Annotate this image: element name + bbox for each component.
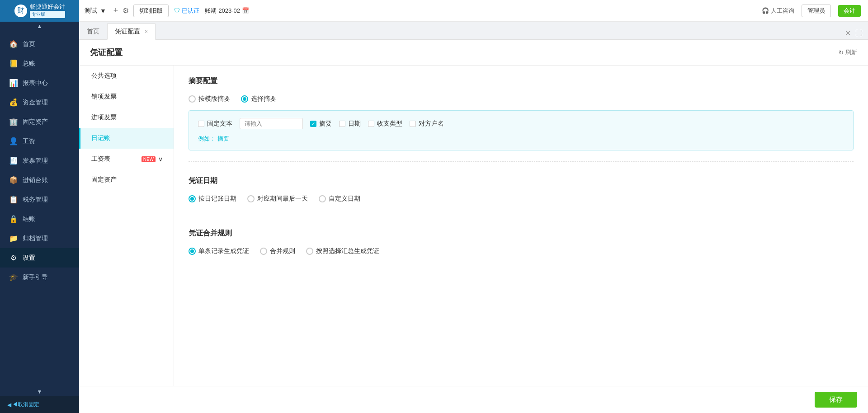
left-menu-item-journal[interactable]: 日记账 <box>79 128 174 149</box>
logo: 财 畅捷通好会计 专业版 <box>0 0 79 22</box>
sidebar-item-trading[interactable]: 📦 进销台账 <box>0 170 79 190</box>
left-menu-item-fixed-assets[interactable]: 固定资产 <box>79 169 174 190</box>
radio-label: 按照选择汇总生成凭证 <box>316 247 379 255</box>
menu-item-label: 日记账 <box>91 134 110 141</box>
add-icon[interactable]: + <box>113 6 118 15</box>
sidebar-item-invoice[interactable]: 🧾 发票管理 <box>0 151 79 170</box>
tab-voucher-config[interactable]: 凭证配置 × <box>107 23 156 40</box>
radio-custom-date[interactable]: 自定义日期 <box>319 195 360 203</box>
radio-merge-rule[interactable]: 合并规则 <box>260 247 295 255</box>
sidebar-item-label: 税务管理 <box>23 196 48 204</box>
radio-label: 按模版摘要 <box>198 95 230 103</box>
checkbox-counterpart-name[interactable]: 对方户名 <box>410 120 444 128</box>
tab-close-icon[interactable]: × <box>145 28 148 35</box>
funds-icon: 💰 <box>9 98 18 107</box>
radio-circle-checked <box>189 195 196 202</box>
close-icon[interactable]: ✕ <box>845 29 851 38</box>
right-content: 摘要配置 按模版摘要 选择摘要 <box>174 66 868 386</box>
consult-label: 人工咨询 <box>771 7 794 15</box>
tab-active-label: 凭证配置 <box>115 28 140 36</box>
archive-icon: 📁 <box>9 234 18 243</box>
calendar-icon[interactable]: 📅 <box>242 7 249 14</box>
tax-icon: 📋 <box>9 195 18 204</box>
merge-section-title: 凭证合并规则 <box>189 229 854 238</box>
radio-circle <box>189 95 196 103</box>
refresh-button[interactable]: ↻ 刷新 <box>839 48 857 64</box>
two-col-layout: 公共选项 销项发票 进项发票 日记账 工资表 <box>79 66 868 386</box>
sidebar-item-label: 进销台账 <box>23 176 48 184</box>
sidebar-item-reports[interactable]: 📊 报表中心 <box>0 73 79 93</box>
radio-circle <box>247 195 255 202</box>
checkbox-date[interactable]: 日期 <box>339 120 361 128</box>
salary-icon: 👤 <box>9 137 18 145</box>
settings-icon[interactable]: ⚙ <box>123 6 129 15</box>
sidebar-item-ledger[interactable]: 📒 总账 <box>0 54 79 73</box>
sidebar-item-funds[interactable]: 💰 资金管理 <box>0 93 79 112</box>
company-name: 测试 <box>85 7 97 15</box>
checkbox-label: 对方户名 <box>419 120 444 128</box>
company-selector[interactable]: 测试 ▼ <box>85 7 106 15</box>
sidebar-item-label: 发票管理 <box>23 157 48 165</box>
merge-config-section: 凭证合并规则 单条记录生成凭证 合并规则 <box>189 229 854 266</box>
checkbox-label: 摘要 <box>319 120 332 128</box>
consult-button[interactable]: 🎧 人工咨询 <box>762 7 794 15</box>
cancel-fixed-button[interactable]: ◀ ◀取消固定 <box>0 396 79 413</box>
summary-config-row: 固定文本 ✓ 摘要 日期 <box>198 118 844 129</box>
left-menu-item-purchase-invoice[interactable]: 进项发票 <box>79 107 174 128</box>
radio-single-record[interactable]: 单条记录生成凭证 <box>189 247 249 255</box>
menu-item-label: 进项发票 <box>91 113 117 121</box>
sidebar-item-home[interactable]: 🏠 首页 <box>0 34 79 54</box>
save-button[interactable]: 保存 <box>815 392 857 408</box>
sidebar-item-salary[interactable]: 👤 工资 <box>0 131 79 151</box>
radio-circle <box>306 248 313 255</box>
sidebar-item-label: 首页 <box>23 40 35 48</box>
radio-journal-date[interactable]: 按日记账日期 <box>189 195 236 203</box>
menu-item-label: 公共选项 <box>91 72 117 79</box>
manager-button[interactable]: 管理员 <box>802 5 831 17</box>
date-config-section: 凭证日期 按日记账日期 对应期间最后一天 <box>189 176 854 214</box>
sidebar-item-archive[interactable]: 📁 归档管理 <box>0 229 79 248</box>
page-header: 凭证配置 ↻ 刷新 <box>79 40 868 66</box>
sidebar-item-label: 资金管理 <box>23 99 48 107</box>
radio-template-summary[interactable]: 按模版摘要 <box>189 95 230 103</box>
left-menu: 公共选项 销项发票 进项发票 日记账 工资表 <box>79 66 174 386</box>
tab-home[interactable]: 首页 <box>79 23 107 39</box>
checkbox-abstract[interactable]: ✓ 摘要 <box>310 120 332 128</box>
period-value: 2023-02 <box>218 7 240 14</box>
fixed-text-input[interactable] <box>240 118 303 129</box>
sidebar-nav: 🏠 首页 📒 总账 📊 报表中心 💰 资金管理 🏢 固定资产 👤 工资 <box>0 31 79 387</box>
checkbox-box <box>198 121 204 127</box>
sidebar-item-closing[interactable]: 🔒 结账 <box>0 209 79 229</box>
guide-icon: 🎓 <box>9 273 18 282</box>
page-content: 凭证配置 ↻ 刷新 公共选项 销项发票 进项发票 <box>79 40 868 413</box>
content-area: 首页 凭证配置 × ✕ ⛶ 凭证配置 ↻ 刷新 <box>79 22 868 413</box>
sidebar-item-settings[interactable]: ⚙ 设置 <box>0 248 79 268</box>
checkbox-fixed-text[interactable]: 固定文本 <box>198 120 232 128</box>
radio-select-summary[interactable]: 选择摘要 <box>241 95 276 103</box>
checkbox-payment-type[interactable]: 收支类型 <box>368 120 402 128</box>
old-version-button[interactable]: 切到旧版 <box>133 5 169 17</box>
left-menu-item-sales-invoice[interactable]: 销项发票 <box>79 86 174 107</box>
sidebar-scroll-down[interactable]: ▼ <box>0 387 79 396</box>
header-actions: + ⚙ 切到旧版 <box>113 5 169 17</box>
checkbox-box <box>339 121 345 127</box>
settings-nav-icon: ⚙ <box>9 253 18 262</box>
sidebar-item-tax[interactable]: 📋 税务管理 <box>0 190 79 209</box>
sidebar-item-assets[interactable]: 🏢 固定资产 <box>0 112 79 131</box>
radio-circle-checked <box>189 248 196 255</box>
radio-label: 合并规则 <box>270 247 295 255</box>
accountant-button[interactable]: 会计 <box>838 5 861 17</box>
sidebar-item-label: 报表中心 <box>23 79 48 87</box>
expand-icon[interactable]: ⛶ <box>855 29 863 38</box>
radio-period-last-day[interactable]: 对应期间最后一天 <box>247 195 308 203</box>
sidebar-item-guide[interactable]: 🎓 新手引导 <box>0 268 79 287</box>
sidebar-scroll-up[interactable]: ▲ <box>0 22 79 31</box>
radio-label: 按日记账日期 <box>198 195 236 203</box>
left-menu-item-public[interactable]: 公共选项 <box>79 66 174 86</box>
sidebar-item-label: 新手引导 <box>23 273 48 282</box>
page-title: 凭证配置 <box>90 47 123 65</box>
main-layout: ▲ 🏠 首页 📒 总账 📊 报表中心 💰 资金管理 🏢 固定资产 <box>0 22 868 413</box>
left-menu-item-payroll[interactable]: 工资表 NEW ∨ <box>79 149 174 169</box>
radio-aggregate[interactable]: 按照选择汇总生成凭证 <box>306 247 379 255</box>
refresh-icon: ↻ <box>839 49 844 56</box>
